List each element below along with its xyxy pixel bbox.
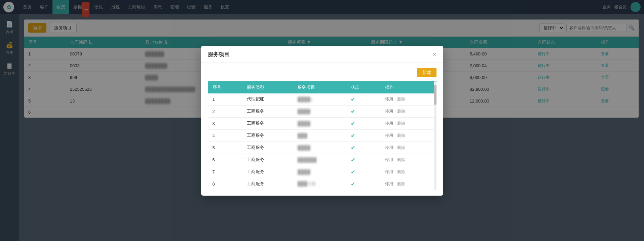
modal-cell-status: ✔: [346, 129, 380, 142]
service-items-table: 序号 服务类型 服务项目 状态 操作 1 代理记账 ████1 ✔ 停用 删除 …: [208, 81, 437, 190]
modal-cell-item: ████: [293, 117, 346, 129]
delete-button[interactable]: 删除: [397, 121, 405, 126]
stop-button[interactable]: 停用: [385, 121, 393, 126]
modal-cell-type: 工商服务: [242, 129, 293, 142]
modal-title: 服务项目: [208, 51, 229, 58]
modal-cell-type: 代理记账: [242, 93, 293, 106]
modal-header-row: 序号 服务类型 服务项目 状态 操作: [208, 81, 437, 93]
modal-cell-item: ████: [293, 105, 346, 117]
modal-toolbar: 新建: [208, 68, 437, 77]
modal-cell-type: 工商服务: [242, 178, 293, 190]
modal-cell-type: 工商服务: [242, 142, 293, 154]
stop-button[interactable]: 停用: [385, 169, 393, 174]
service-modal: 服务项目 × 新建 序号 服务类型 服务项目 状态 操作: [201, 46, 443, 196]
modal-col-item: 服务项目: [293, 81, 346, 93]
modal-col-status: 状态: [346, 81, 380, 93]
modal-overlay[interactable]: 服务项目 × 新建 序号 服务类型 服务项目 状态 操作: [0, 0, 644, 241]
modal-cell-seq: 5: [208, 142, 242, 154]
modal-col-action: 操作: [380, 81, 436, 93]
stop-button[interactable]: 停用: [385, 133, 393, 138]
modal-table-row: 2 工商服务 ████ ✔ 停用 删除: [208, 105, 437, 117]
stop-button[interactable]: 停用: [385, 157, 393, 162]
modal-cell-status: ✔: [346, 142, 380, 154]
stop-button[interactable]: 停用: [385, 97, 393, 102]
stop-button[interactable]: 停用: [385, 145, 393, 150]
modal-cell-item: ███: [293, 129, 346, 142]
modal-cell-action: 停用 删除: [380, 166, 436, 178]
modal-cell-status: ✔: [346, 105, 380, 117]
modal-cell-item: ███注册: [293, 178, 346, 190]
modal-cell-action: 停用 删除: [380, 117, 436, 129]
delete-button[interactable]: 删除: [397, 145, 405, 150]
modal-cell-action: 停用 删除: [380, 93, 436, 106]
delete-button[interactable]: 删除: [397, 169, 405, 174]
delete-button[interactable]: 删除: [397, 182, 405, 186]
modal-cell-item: ████: [293, 142, 346, 154]
delete-button[interactable]: 删除: [397, 97, 405, 102]
modal-table-row: 4 工商服务 ███ ✔ 停用 删除: [208, 129, 437, 142]
modal-col-type: 服务类型: [242, 81, 293, 93]
modal-cell-type: 工商服务: [242, 154, 293, 166]
modal-table-wrap: 序号 服务类型 服务项目 状态 操作 1 代理记账 ████1 ✔ 停用 删除 …: [208, 81, 437, 190]
modal-cell-seq: 1: [208, 93, 242, 106]
stop-button[interactable]: 停用: [385, 182, 393, 186]
modal-cell-action: 停用 删除: [380, 178, 436, 190]
modal-cell-item: ████: [293, 166, 346, 178]
modal-table-row: 6 工商服务 ██████ ✔ 停用 删除: [208, 154, 437, 166]
modal-cell-status: ✔: [346, 117, 380, 129]
delete-button[interactable]: 删除: [397, 157, 405, 162]
modal-cell-seq: 6: [208, 154, 242, 166]
scrollbar-track[interactable]: [434, 81, 437, 190]
modal-cell-seq: 3: [208, 117, 242, 129]
modal-close-button[interactable]: ×: [433, 51, 437, 57]
modal-cell-type: 工商服务: [242, 117, 293, 129]
modal-cell-seq: 2: [208, 105, 242, 117]
modal-cell-seq: 8: [208, 178, 242, 190]
modal-cell-status: ✔: [346, 178, 380, 190]
modal-cell-type: 工商服务: [242, 166, 293, 178]
modal-table-row: 5 工商服务 ████ ✔ 停用 删除: [208, 142, 437, 154]
modal-cell-action: 停用 删除: [380, 142, 436, 154]
delete-button[interactable]: 删除: [397, 109, 405, 114]
modal-header: 服务项目 ×: [201, 46, 443, 63]
modal-cell-type: 工商服务: [242, 105, 293, 117]
modal-cell-seq: 4: [208, 129, 242, 142]
modal-cell-seq: 7: [208, 166, 242, 178]
modal-new-button[interactable]: 新建: [417, 68, 437, 77]
modal-cell-status: ✔: [346, 93, 380, 106]
modal-cell-status: ✔: [346, 166, 380, 178]
modal-cell-action: 停用 删除: [380, 129, 436, 142]
modal-cell-action: 停用 删除: [380, 105, 436, 117]
modal-table-row: 7 工商服务 ████ ✔ 停用 删除: [208, 166, 437, 178]
modal-cell-action: 停用 删除: [380, 154, 436, 166]
modal-cell-item: ██████: [293, 154, 346, 166]
modal-table-row: 1 代理记账 ████1 ✔ 停用 删除: [208, 93, 437, 106]
modal-table-row: 8 工商服务 ███注册 ✔ 停用 删除: [208, 178, 437, 190]
modal-cell-item: ████1: [293, 93, 346, 106]
delete-button[interactable]: 删除: [397, 133, 405, 138]
modal-table-row: 3 工商服务 ████ ✔ 停用 删除: [208, 117, 437, 129]
modal-body: 新建 序号 服务类型 服务项目 状态 操作 1 代理记账: [201, 63, 443, 196]
modal-col-seq: 序号: [208, 81, 242, 93]
scrollbar-thumb[interactable]: [434, 85, 437, 105]
stop-button[interactable]: 停用: [385, 109, 393, 114]
modal-cell-status: ✔: [346, 154, 380, 166]
